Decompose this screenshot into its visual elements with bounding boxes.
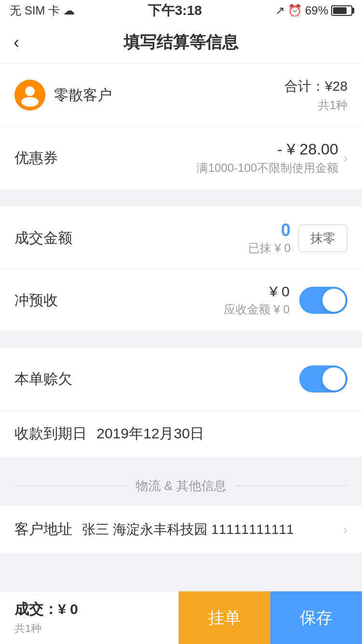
location-icon: ↗: [275, 4, 285, 17]
bottom-deal-label: 成交：: [14, 601, 58, 617]
total-count: 共1种: [284, 98, 348, 113]
coupon-label: 优惠券: [14, 148, 58, 168]
address-value: 张三 海淀永丰科技园 11111111111: [82, 520, 343, 539]
divider-line-right: [236, 486, 348, 486]
due-date-row: 收款到期日 2019年12月30日: [0, 410, 362, 457]
status-right: ↗ ⏰ 69%: [275, 4, 352, 17]
bottom-spacer: [0, 561, 362, 590]
sim-status: 无 SIM 卡 ☁: [10, 3, 75, 18]
separator-1: [0, 198, 362, 207]
prepayment-toggle[interactable]: [299, 287, 348, 314]
address-row[interactable]: 客户地址 张三 海淀永丰科技园 11111111111 ›: [0, 506, 362, 553]
bottom-deal-value: ¥ 0: [58, 601, 78, 617]
page-title: 填写结算等信息: [124, 31, 238, 54]
coupon-right: - ¥ 28.00 满1000-100不限制使用金额 ›: [196, 140, 348, 176]
coupon-row[interactable]: 优惠券 - ¥ 28.00 满1000-100不限制使用金额 ›: [0, 126, 362, 189]
nav-bar: ‹ 填写结算等信息: [0, 21, 362, 64]
customer-name: 零散客户: [54, 85, 112, 105]
customer-section: 零散客户 合计：¥28 共1种 优惠券 - ¥ 28.00 满1000-100不…: [0, 64, 362, 189]
debt-row: 本单赊欠: [0, 348, 362, 410]
address-chevron-icon: ›: [343, 522, 348, 537]
logistics-section-title: 物流 & 其他信息: [136, 477, 226, 494]
avatar-icon: [18, 84, 42, 107]
transaction-label: 成交金额: [14, 228, 72, 248]
bottom-deal-amount: 成交：¥ 0: [14, 600, 164, 619]
coupon-desc: 满1000-100不限制使用金额: [196, 160, 338, 176]
toggle-knob: [322, 289, 346, 312]
total-amount: 合计：¥28: [284, 77, 348, 96]
transaction-amount-block: 0 已抹 ¥ 0: [248, 220, 291, 256]
customer-left: 零散客户: [14, 80, 112, 111]
logistics-divider: 物流 & 其他信息: [0, 466, 362, 506]
divider-line-left: [14, 486, 126, 486]
customer-right: 合计：¥28 共1种: [284, 77, 348, 113]
debt-section: 本单赊欠 收款到期日 2019年12月30日: [0, 348, 362, 457]
transaction-value[interactable]: 0: [248, 220, 291, 240]
round-button[interactable]: 抹零: [298, 224, 348, 252]
address-label: 客户地址: [14, 519, 72, 539]
bottom-count: 共1种: [14, 621, 164, 636]
prepayment-amount: ¥ 0: [224, 283, 290, 300]
transaction-right: 0 已抹 ¥ 0 抹零: [248, 220, 348, 256]
prepayment-row: 冲预收 ¥ 0 应收金额 ¥ 0: [0, 270, 362, 331]
due-date-value[interactable]: 2019年12月30日: [97, 424, 204, 444]
coupon-discount: - ¥ 28.00: [196, 140, 338, 158]
address-section: 客户地址 张三 海淀永丰科技园 11111111111 ›: [0, 506, 362, 553]
coupon-value-block: - ¥ 28.00 满1000-100不限制使用金额: [196, 140, 338, 176]
battery-percent: 69%: [305, 4, 328, 17]
status-bar: 无 SIM 卡 ☁ 下午3:18 ↗ ⏰ 69%: [0, 0, 362, 21]
customer-row: 零散客户 合计：¥28 共1种: [0, 64, 362, 126]
debt-label: 本单赊欠: [14, 369, 72, 389]
coupon-chevron-icon: ›: [343, 151, 348, 166]
prepayment-right: ¥ 0 应收金额 ¥ 0: [224, 283, 348, 317]
due-date-label: 收款到期日: [14, 424, 87, 444]
content: 零散客户 合计：¥28 共1种 优惠券 - ¥ 28.00 满1000-100不…: [0, 64, 362, 644]
bottom-bar: 成交：¥ 0 共1种 挂单 保存: [0, 591, 362, 644]
save-button[interactable]: 保存: [270, 591, 362, 644]
debt-toggle-knob: [322, 367, 346, 391]
transaction-sub: 已抹 ¥ 0: [248, 240, 291, 256]
status-time: 下午3:18: [148, 1, 202, 20]
back-button[interactable]: ‹: [14, 32, 19, 53]
separator-2: [0, 339, 362, 348]
customer-avatar: [14, 80, 45, 111]
alarm-icon: ⏰: [288, 4, 302, 17]
bottom-info: 成交：¥ 0 共1种: [0, 600, 179, 636]
prepayment-amounts: ¥ 0 应收金额 ¥ 0: [224, 283, 290, 317]
svg-point-0: [25, 86, 35, 96]
debt-toggle[interactable]: [299, 365, 348, 392]
battery-icon: [331, 5, 352, 16]
transaction-section: 成交金额 0 已抹 ¥ 0 抹零 冲预收 ¥ 0 应收金额 ¥ 0: [0, 207, 362, 331]
transaction-row: 成交金额 0 已抹 ¥ 0 抹零: [0, 207, 362, 270]
status-left: 无 SIM 卡 ☁: [10, 3, 75, 18]
hang-button[interactable]: 挂单: [179, 591, 270, 644]
svg-point-1: [21, 97, 39, 107]
prepayment-label: 冲预收: [14, 291, 58, 310]
prepayment-sub: 应收金额 ¥ 0: [224, 302, 290, 317]
